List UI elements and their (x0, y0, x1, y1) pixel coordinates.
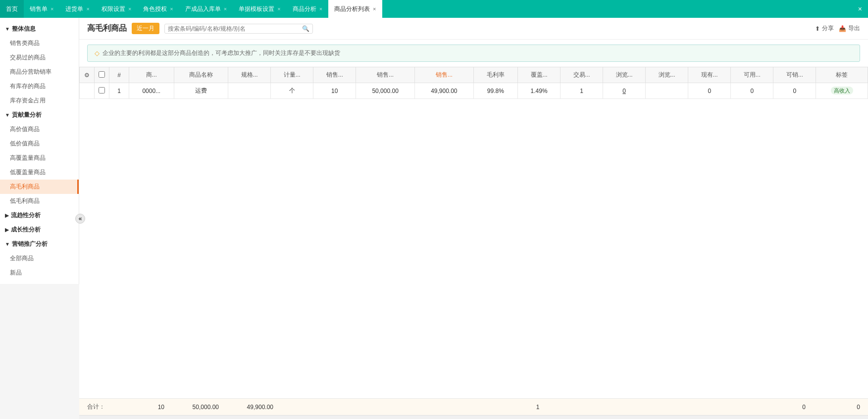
col-header-name[interactable]: 商品名称 (174, 67, 228, 83)
filter-month-button[interactable]: 近一月 (132, 23, 159, 34)
col-header-settings[interactable]: ⚙ (80, 67, 95, 83)
row-select-checkbox[interactable] (99, 87, 105, 93)
sidebar-group-growth[interactable]: ▶ 成长性分析 (0, 223, 79, 237)
col-header-transaction[interactable]: 交易... (561, 67, 603, 83)
row-settings[interactable] (80, 83, 95, 99)
sidebar-item-stocked-goods[interactable]: 有库存的商品 (0, 79, 79, 93)
col-header-gross-margin[interactable]: 毛利率 (473, 67, 517, 83)
row-sale-profit: 49,900.00 (414, 83, 473, 99)
info-icon: ◇ (95, 49, 100, 57)
sidebar-group-flow[interactable]: ▶ 流趋性分析 (0, 208, 79, 223)
col-header-sale-amount[interactable]: 销售... (356, 67, 415, 83)
arrow-down-icon: ▼ (5, 26, 10, 32)
row-sale-amount: 50,000.00 (356, 83, 415, 99)
nav-tab-analysis-list-close[interactable]: × (373, 6, 376, 12)
row-gross-margin: 99.8% (473, 83, 517, 99)
sidebar-item-low-margin[interactable]: 低毛利商品 (0, 194, 79, 208)
sidebar-item-sales-rate[interactable]: 商品分营助销率 (0, 65, 79, 79)
footer-current-stock: 0 (766, 404, 806, 411)
sidebar-item-traded-goods[interactable]: 交易过的商品 (0, 50, 79, 65)
col-header-unit[interactable]: 计量... (271, 67, 313, 83)
nav-tab-purchase-label: 进货单 (65, 5, 83, 13)
col-header-current-stock[interactable]: 现有... (688, 67, 731, 83)
row-checkbox[interactable] (95, 83, 109, 99)
sidebar-item-new-goods[interactable]: 新品 (0, 266, 79, 280)
nav-tab-sales-close[interactable]: × (51, 6, 53, 12)
arrow-right-icon-2: ▶ (5, 227, 9, 233)
info-banner: ◇ 企业的主要的利润都是这部分商品创造的，可考虑加大推广，同时关注库存是不要出现… (87, 45, 860, 62)
nav-tab-analysis[interactable]: 商品分析 × (287, 0, 328, 18)
nav-tab-warehouse-label: 产成品入库单 (185, 5, 221, 13)
arrow-down-icon-2: ▼ (5, 112, 10, 118)
row-browse1[interactable]: 0 (603, 83, 646, 99)
search-icon[interactable]: 🔍 (302, 25, 309, 32)
col-header-tag[interactable]: 标签 (816, 67, 868, 83)
nav-tab-home[interactable]: 首页 (0, 0, 24, 18)
nav-tab-roles[interactable]: 角色授权 × (137, 0, 179, 18)
sidebar-item-stock-capital[interactable]: 库存资金占用 (0, 93, 79, 108)
sidebar-wrapper: ▼ 整体信息 销售类商品 交易过的商品 商品分营助销率 有库存的商品 库存资金占… (0, 18, 79, 419)
table-container: ⚙ # 商... 商品名称 规格... 计量... 销售... 销售... 销售… (79, 67, 868, 398)
export-button[interactable]: 📥 导出 (839, 24, 860, 33)
col-header-checkbox[interactable] (95, 67, 109, 83)
nav-tab-template-close[interactable]: × (277, 6, 280, 12)
col-header-saleable-stock[interactable]: 可销... (773, 67, 816, 83)
col-header-sale-qty[interactable]: 销售... (313, 67, 356, 83)
select-all-checkbox[interactable] (99, 71, 105, 78)
nav-tab-roles-close[interactable]: × (170, 6, 173, 12)
info-banner-text: 企业的主要的利润都是这部分商品创造的，可考虑加大推广，同时关注库存是不要出现缺货 (102, 49, 340, 57)
nav-tab-sales[interactable]: 销售单 × (24, 0, 59, 18)
col-header-coverage[interactable]: 覆盖... (518, 67, 561, 83)
sidebar-item-low-coverage[interactable]: 低覆盖量商品 (0, 165, 79, 180)
nav-tab-permissions[interactable]: 权限设置 × (96, 0, 137, 18)
share-button[interactable]: ⬆ 分享 (815, 24, 834, 33)
nav-tab-analysis-list[interactable]: 商品分析列表 × (328, 0, 382, 18)
sidebar: ▼ 整体信息 销售类商品 交易过的商品 商品分营助销率 有库存的商品 库存资金占… (0, 18, 79, 284)
content-header: 高毛利商品 近一月 🔍 ⬆ 分享 📥 导出 (79, 18, 868, 40)
sidebar-item-high-coverage[interactable]: 高覆盖量商品 (0, 151, 79, 165)
sidebar-group-contribution[interactable]: ▼ 贡献量分析 (0, 108, 79, 122)
col-header-num[interactable]: # (109, 67, 129, 83)
col-header-spec[interactable]: 规格... (228, 67, 271, 83)
col-header-sale-profit[interactable]: 销售... (414, 67, 473, 83)
nav-tab-sales-label: 销售单 (30, 5, 48, 13)
nav-tab-analysis-list-label: 商品分析列表 (334, 5, 370, 13)
footer-available-stock: 0 (820, 404, 860, 411)
content-area: 高毛利商品 近一月 🔍 ⬆ 分享 📥 导出 ◇ 企业的主要的利润都是这部分商品创… (79, 18, 868, 419)
nav-tab-template[interactable]: 单据模板设置 × (233, 0, 286, 18)
table-header-row: ⚙ # 商... 商品名称 规格... 计量... 销售... 销售... 销售… (80, 67, 868, 83)
sidebar-group-overall[interactable]: ▼ 整体信息 (0, 22, 79, 36)
nav-tab-purchase-close[interactable]: × (86, 6, 89, 12)
nav-tab-permissions-label: 权限设置 (102, 5, 125, 13)
browse1-link[interactable]: 0 (622, 88, 626, 94)
search-input[interactable] (168, 25, 302, 32)
col-header-browse1[interactable]: 浏览... (603, 67, 646, 83)
bottom-scrollbar[interactable] (79, 415, 868, 419)
col-header-available-stock[interactable]: 可用... (731, 67, 773, 83)
arrow-right-icon: ▶ (5, 213, 9, 218)
sidebar-item-low-value[interactable]: 低价值商品 (0, 137, 79, 151)
sidebar-item-all-goods[interactable]: 全部商品 (0, 251, 79, 266)
sidebar-group-marketing[interactable]: ▼ 营销推广分析 (0, 237, 79, 251)
nav-tab-warehouse[interactable]: 产成品入库单 × (179, 0, 233, 18)
sidebar-group-overall-label: 整体信息 (12, 25, 36, 33)
nav-tab-warehouse-close[interactable]: × (224, 6, 227, 12)
sidebar-item-high-margin[interactable]: 高毛利商品 (0, 180, 79, 194)
sidebar-item-sales-goods[interactable]: 销售类商品 (0, 36, 79, 50)
footer-sale-amount: 50,000.00 (179, 404, 219, 411)
nav-tab-permissions-close[interactable]: × (128, 6, 131, 12)
collapse-icon: « (79, 215, 82, 222)
sidebar-collapse-button[interactable]: « (75, 214, 85, 224)
nav-tab-purchase[interactable]: 进货单 × (59, 0, 95, 18)
footer-total-label: 合计： (87, 403, 105, 411)
row-transaction: 1 (561, 83, 603, 99)
sidebar-item-high-value[interactable]: 高价值商品 (0, 122, 79, 137)
col-header-code[interactable]: 商... (129, 67, 174, 83)
row-tag: 高收入 (816, 83, 868, 99)
footer-sale-profit: 49,900.00 (234, 404, 273, 411)
row-sale-qty: 10 (313, 83, 356, 99)
row-available-stock: 0 (731, 83, 773, 99)
nav-tab-analysis-close[interactable]: × (319, 6, 322, 12)
window-close-button[interactable]: × (852, 0, 868, 18)
col-header-browse2[interactable]: 浏览... (646, 67, 688, 83)
